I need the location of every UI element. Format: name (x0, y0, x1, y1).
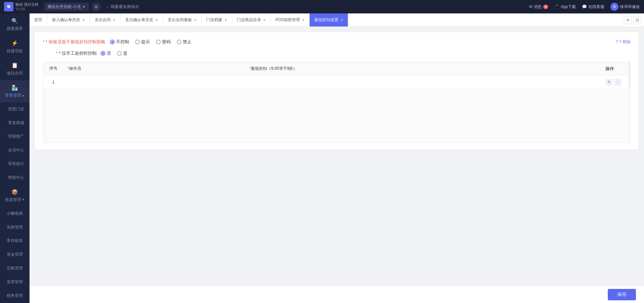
search-icon: 🔍 (11, 17, 18, 25)
bottom-bar: 保存 (30, 286, 644, 303)
sidebar-item-smart-store[interactable]: 智慧门店 (0, 102, 30, 116)
sidebar-item-retail-stats[interactable]: 零售统计 (0, 157, 30, 171)
tab-store-goods[interactable]: 门店商品目录 ✕ (232, 13, 271, 27)
table-row: 1 ✎ ✕ (43, 75, 630, 89)
radio-forbid[interactable]: 禁止 (177, 39, 192, 45)
avatar: 徐 (610, 3, 619, 11)
delete-button[interactable]: ✕ (614, 79, 622, 86)
message-icon: ✉ (529, 4, 532, 9)
retail-icon: 🏪 (1, 84, 28, 92)
tab-min-discount[interactable]: 最低折扣设置 ✕ (310, 13, 348, 27)
sidebar-item-retail-management[interactable]: 🏪 零售管理 ▲ (0, 80, 30, 102)
project-selector[interactable]: 测试分开完程-小兄 ▼ (44, 3, 89, 11)
col-header-actions: 操作 (601, 66, 628, 72)
radio-no[interactable]: 否 (101, 50, 111, 56)
main-layout: 🔍 搜索菜单 ⚡ 快捷导航 📋 项目合同 🏪 零售管理 ▲ 智慧门店 零售商城 … (0, 13, 644, 303)
online-service-button[interactable]: 💬 在线客服 (582, 4, 604, 10)
sidebar-item-project-contract[interactable]: 📋 项目合同 (0, 58, 30, 80)
scroll-track-row (628, 75, 630, 89)
tab-bar: 首页 收入确认单历史 ✕ 支出合同 ✕ 支出确认单历史 ✕ 支出合同看板 ✕ 门… (30, 13, 644, 27)
discount-policy-label: * * 收银员低于最低折扣控制策略 (43, 39, 106, 45)
discount-policy-radio-group: 不控制 提示 密码 禁止 (110, 39, 192, 45)
scroll-track (628, 62, 630, 75)
table-header: 序号 *操作员 *最低折扣（9.00等于9折） 操作 (43, 62, 630, 75)
close-icon[interactable]: ✕ (82, 18, 85, 22)
sidebar-item-accounting[interactable]: 总账管理 (0, 261, 30, 275)
sidebar-item-retail-mall[interactable]: 零售商城 (0, 116, 30, 130)
close-icon[interactable]: ✕ (194, 18, 197, 22)
sidebar-item-finance[interactable]: 资金管理 (0, 248, 30, 261)
sidebar-item-inventory[interactable]: 库存核算 (0, 234, 30, 248)
close-icon[interactable]: ✕ (302, 18, 305, 22)
sidebar-item-membership[interactable]: 会员中心 (0, 143, 30, 157)
sidebar-item-wholesale[interactable]: 📦 批发管理 ▼ (0, 185, 30, 207)
help-icon: ? (616, 40, 618, 44)
content-area: 首页 收入确认单历史 ✕ 支出合同 ✕ 支出确认单历史 ✕ 支出合同看板 ✕ 门… (30, 13, 644, 303)
radio-circle-no (101, 51, 105, 56)
radio-no-control[interactable]: 不控制 (110, 39, 129, 45)
radio-circle-yes (117, 51, 122, 56)
logo-text: 畅捷·遇好业财 专业版 (15, 2, 39, 11)
radio-circle-no-control (110, 40, 115, 44)
manual-price-label: * * 仅手工改价时控制 (43, 50, 97, 56)
sidebar-item-marketing[interactable]: 营销推广 (0, 130, 30, 143)
save-button[interactable]: 保存 (608, 289, 636, 300)
demo-icon: ○ (106, 4, 109, 9)
manual-price-radio-group: 否 是 (101, 50, 127, 56)
tab-pos-password[interactable]: POS加密管理 ✕ (271, 13, 310, 27)
sidebar-item-purchase[interactable]: 采购管理 (0, 220, 30, 234)
radio-circle-forbid (177, 40, 181, 44)
expand-tab-button[interactable]: ⊡ (633, 16, 641, 24)
close-icon[interactable]: ✕ (224, 18, 227, 22)
tab-expense-contract[interactable]: 支出合同 ✕ (90, 13, 120, 27)
settings-card: * * 收银员低于最低折扣控制策略 不控制 提示 (35, 32, 639, 150)
tab-expense-board[interactable]: 支出合同看板 ✕ (163, 13, 202, 27)
sidebar-item-help-center[interactable]: 帮助中心 (0, 171, 30, 185)
discount-table: 序号 *操作员 *最低折扣（9.00等于9折） 操作 1 (43, 62, 631, 143)
radio-password[interactable]: 密码 (156, 39, 171, 45)
close-tab-button[interactable]: ✕ (624, 16, 632, 24)
page-content: * * 收银员低于最低折扣控制策略 不控制 提示 (30, 27, 644, 286)
tab-store-file[interactable]: 门店档案 ✕ (202, 13, 232, 27)
sidebar-item-search[interactable]: 🔍 搜索菜单 (0, 13, 30, 36)
tab-bar-actions: ✕ ⊡ (621, 16, 644, 24)
chevron-up-icon: ▲ (22, 94, 24, 97)
quick-nav-icon: ⚡ (11, 40, 18, 47)
close-icon[interactable]: ✕ (340, 18, 343, 22)
app-download-button[interactable]: 📱 App下载 (554, 4, 576, 10)
tab-expense-confirm-history[interactable]: 支出确认单历史 ✕ (120, 13, 163, 27)
col-header-operator: *操作员 (63, 66, 246, 71)
top-bar: 畅 畅捷·遇好业财 专业版 测试分开完程-小兄 ▼ ⚙ ○ 我要看实例演示 ✉ … (0, 0, 644, 13)
radio-remind[interactable]: 提示 (135, 39, 150, 45)
settings-button[interactable]: ⚙ (92, 2, 101, 11)
edit-button[interactable]: ✎ (605, 79, 613, 86)
help-link[interactable]: ? ? 帮助 (616, 39, 631, 45)
service-icon: 💬 (582, 4, 587, 9)
chevron-down-icon: ▼ (22, 198, 24, 202)
sidebar: 🔍 搜索菜单 ⚡ 快捷导航 📋 项目合同 🏪 零售管理 ▲ 智慧门店 零售商城 … (0, 13, 30, 303)
user-menu[interactable]: 徐 徐泽华修改 (610, 3, 640, 11)
close-icon[interactable]: ✕ (155, 18, 158, 22)
messages-badge: 8 (543, 5, 548, 9)
col-header-discount: *最低折扣（9.00等于9折） (246, 66, 601, 71)
wholesale-icon: 📦 (1, 189, 28, 196)
demo-link[interactable]: ○ 我要看实例演示 (106, 4, 139, 10)
close-icon[interactable]: ✕ (263, 18, 266, 22)
sidebar-item-ecommerce[interactable]: 小畅电商 (0, 207, 30, 220)
logo: 畅 畅捷·遇好业财 专业版 (4, 2, 39, 11)
row-seq: 1 (43, 80, 63, 85)
logo-icon: 畅 (4, 2, 13, 11)
sidebar-item-tax[interactable]: 税务管理 (0, 289, 30, 303)
sidebar-item-invoice[interactable]: 发票管理 (0, 275, 30, 289)
radio-yes[interactable]: 是 (117, 50, 127, 56)
tab-home[interactable]: 首页 (30, 13, 47, 27)
manual-price-row: * * 仅手工改价时控制 否 是 (43, 50, 631, 56)
tab-income-history[interactable]: 收入确认单历史 ✕ (47, 13, 90, 27)
messages-button[interactable]: ✉ 消息 8 (529, 4, 548, 10)
discount-policy-row: * * 收银员低于最低折扣控制策略 不控制 提示 (43, 39, 631, 45)
sidebar-item-quick-nav[interactable]: ⚡ 快捷导航 (0, 36, 30, 58)
download-icon: 📱 (554, 4, 559, 9)
close-icon[interactable]: ✕ (113, 18, 115, 22)
table-empty-area (43, 89, 630, 143)
contract-icon: 📋 (11, 62, 18, 69)
